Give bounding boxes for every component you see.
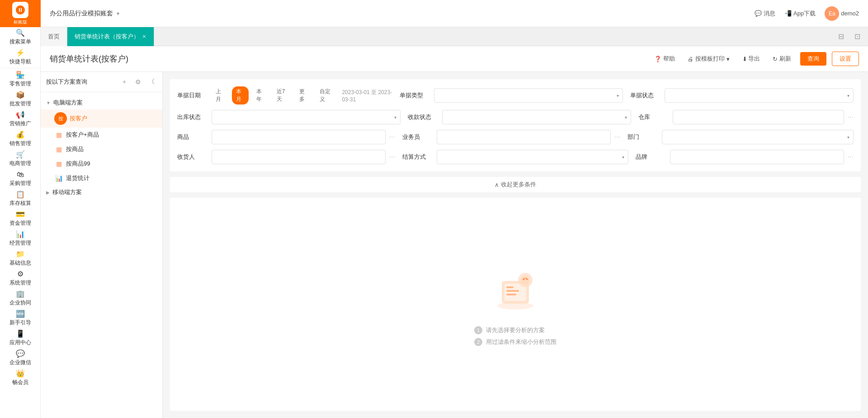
logo-icon <box>12 2 28 18</box>
sidebar-item-system[interactable]: ⚙ 系统管理 <box>0 268 41 288</box>
product-dots[interactable]: ··· <box>389 133 395 141</box>
collapse-conditions-bar[interactable]: ∧ 收起更多条件 <box>170 177 861 192</box>
tree-group-mobile: ▶ 移动端方案 <box>41 185 162 199</box>
consignee-select[interactable] <box>212 150 386 164</box>
avatar: Ea <box>825 6 839 21</box>
sidebar-item-wholesale[interactable]: 📦 批发管理 <box>0 89 41 109</box>
member-icon: 👑 <box>16 369 25 378</box>
sidebar-item-operations[interactable]: 📊 经营管理 <box>0 228 41 248</box>
window-minimize-button[interactable]: ⊟ <box>835 30 847 43</box>
tree-item-by-product[interactable]: ▦ 按商品 <box>41 142 162 157</box>
tree-item-return-stat[interactable]: 📊 退货统计 <box>41 171 162 185</box>
dept-select[interactable]: ▾ <box>662 130 854 144</box>
tree-item-by-customer[interactable]: 按 按客户 <box>41 109 162 128</box>
top-header: 办公用品行业模拟账套 ▾ 💬 消息 📲 App下载 Ea demo2 <box>41 0 868 27</box>
avatar-text: Ea <box>829 10 835 17</box>
window-maximize-button[interactable]: ⊡ <box>851 30 863 43</box>
tab-close-button[interactable]: ✕ <box>142 33 146 40</box>
doc-status-select[interactable]: ▾ <box>665 88 854 103</box>
product99-icon: ▦ <box>54 159 63 168</box>
warehouse-select[interactable] <box>673 110 844 124</box>
tree-group-mobile-header[interactable]: ▶ 移动端方案 <box>41 185 162 199</box>
basic-icon: 📁 <box>16 250 25 258</box>
app-download-button[interactable]: 📲 App下载 <box>784 10 816 18</box>
sidebar-item-finance[interactable]: 💳 资金管理 <box>0 209 41 228</box>
shortcut-this-year[interactable]: 本年 <box>252 86 269 104</box>
date-range-text: 2023-03-01 至 2023-03-31 <box>342 89 392 103</box>
out-status-select[interactable]: ▾ <box>212 110 401 124</box>
sidebar-item-label: 批发管理 <box>9 100 31 108</box>
sidebar-item-enterprise[interactable]: 🏢 企业协同 <box>0 288 41 308</box>
tab-bar: 首页 销货单统计表（按客户） ✕ ⊟ ⊡ <box>41 27 868 46</box>
collapse-panel-button[interactable]: 《 <box>146 76 157 87</box>
sidebar-item-retail[interactable]: 🏪 零售管理 <box>0 69 41 89</box>
consignee-dots[interactable]: ··· <box>389 153 395 161</box>
brand-select[interactable] <box>670 150 844 164</box>
tip-text-1: 请先选择要分析的方案 <box>486 326 545 334</box>
sidebar-item-appcenter[interactable]: 📱 应用中心 <box>0 328 41 348</box>
refresh-button[interactable]: ↻ 刷新 <box>769 53 795 65</box>
tab-sales-stat[interactable]: 销货单统计表（按客户） ✕ <box>67 27 154 46</box>
sidebar-item-sales[interactable]: 💰 销售管理 <box>0 129 41 149</box>
newuser-icon: 🆕 <box>16 309 25 318</box>
print-button[interactable]: 🖨 按模板打印 ▾ <box>684 53 733 65</box>
salesperson-select[interactable] <box>437 130 611 144</box>
tab-home[interactable]: 首页 <box>41 27 67 46</box>
sidebar-item-basic[interactable]: 📁 基础信息 <box>0 248 41 268</box>
sidebar-item-inventory[interactable]: 📋 库存核算 <box>0 189 41 209</box>
query-button[interactable]: 查询 <box>800 52 826 66</box>
svg-point-9 <box>526 278 528 280</box>
sidebar-item-label: 搜索菜单 <box>9 38 31 46</box>
tree-group-desktop: ▼ 电脑端方案 按 按客户 ▦ 按客户+商品 ▦ <box>41 96 162 185</box>
sidebar-item-marketing[interactable]: 📢 营销推广 <box>0 109 41 129</box>
tree-group-desktop-header[interactable]: ▼ 电脑端方案 <box>41 96 162 109</box>
sidebar-item-member[interactable]: 👑 畅会员 <box>0 368 41 388</box>
appcenter-icon: 📱 <box>16 329 25 338</box>
date-label: 单据日期 <box>177 91 204 100</box>
edit-scheme-button[interactable]: ⚙ <box>132 76 143 87</box>
search-icon: 🔍 <box>16 28 25 37</box>
shortcut-this-month[interactable]: 本月 <box>232 86 249 104</box>
download-icon: 📲 <box>784 10 792 17</box>
tree-item-label: 按商品99 <box>66 160 90 168</box>
right-panel: 单据日期 上月 本月 本年 近7天 更多 自定义 2023-03-01 至 20… <box>163 72 868 418</box>
wechat-icon: 💬 <box>16 349 25 358</box>
sidebar-item-newuser[interactable]: 🆕 新手引导 <box>0 308 41 328</box>
tree-item-by-product-99[interactable]: ▦ 按商品99 <box>41 157 162 171</box>
header-dropdown-arrow[interactable]: ▾ <box>117 10 119 17</box>
shortcut-last-month[interactable]: 上月 <box>212 86 228 104</box>
brand-dots[interactable]: ··· <box>848 153 854 161</box>
help-label: 帮助 <box>663 55 675 63</box>
shortcut-custom[interactable]: 自定义 <box>316 86 336 104</box>
sidebar-item-purchase[interactable]: 🛍 采购管理 <box>0 169 41 189</box>
shortcut-more[interactable]: 更多 <box>295 86 312 104</box>
warehouse-cell: ··· <box>673 110 854 124</box>
doc-status-arrow: ▾ <box>847 93 849 98</box>
help-button[interactable]: ❓ 帮助 <box>651 53 679 65</box>
print-label: 按模板打印 <box>695 55 725 63</box>
add-scheme-button[interactable]: ＋ <box>119 76 130 87</box>
body-area: 按以下方案查询 ＋ ⚙ 《 ▼ 电脑端方案 <box>41 72 868 418</box>
receipt-status-label: 收款状态 <box>408 113 435 121</box>
tree-group-label: 移动端方案 <box>52 188 82 196</box>
sidebar-item-ecommerce[interactable]: 🛒 电商管理 <box>0 149 41 169</box>
sidebar-item-search[interactable]: 🔍 搜索菜单 <box>0 27 41 47</box>
warehouse-dots[interactable]: ··· <box>848 113 854 121</box>
message-button[interactable]: 💬 消息 <box>755 10 775 18</box>
settings-button[interactable]: 设置 <box>832 52 859 66</box>
shortcut-last-7-days[interactable]: 近7天 <box>273 86 292 104</box>
tree-item-label: 按客户 <box>70 114 87 123</box>
sidebar-item-wechat[interactable]: 💬 企业微信 <box>0 348 41 368</box>
filter-row-3: 商品 ··· 业务员 ··· <box>177 130 854 144</box>
sidebar-item-quick-nav[interactable]: ⚡ 快捷导航 <box>0 47 41 67</box>
export-button[interactable]: ⬇ 导出 <box>739 53 764 65</box>
salesperson-dots[interactable]: ··· <box>614 133 620 141</box>
product-select[interactable] <box>212 130 386 144</box>
payment-method-select[interactable]: ▾ <box>437 150 628 164</box>
doc-type-select[interactable]: ▾ <box>434 88 623 103</box>
tree-item-by-customer-product[interactable]: ▦ 按客户+商品 <box>41 128 162 142</box>
marketing-icon: 📢 <box>16 110 25 119</box>
receipt-status-select[interactable]: ▾ <box>442 110 631 124</box>
user-menu[interactable]: Ea demo2 <box>825 6 859 21</box>
svg-point-7 <box>521 276 530 285</box>
